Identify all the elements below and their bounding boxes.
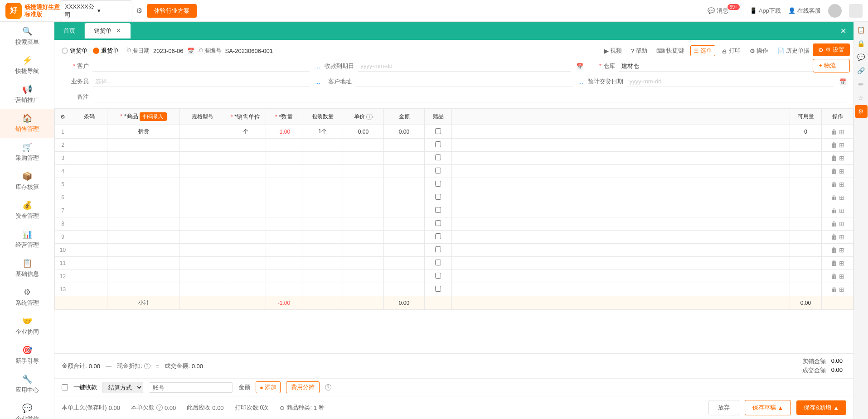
- salesperson-input[interactable]: [92, 76, 310, 87]
- delete-icon-6[interactable]: 🗑: [831, 194, 837, 201]
- right-panel-link-icon[interactable]: 🔗: [855, 64, 868, 77]
- avatar[interactable]: [828, 4, 842, 18]
- delete-icon-2[interactable]: 🗑: [831, 141, 837, 149]
- sidebar-item-system[interactable]: ⚙ 系统管理: [0, 283, 54, 312]
- discount-info-icon[interactable]: ?: [144, 363, 150, 369]
- right-panel-doc-icon[interactable]: 📋: [855, 24, 868, 36]
- trial-button[interactable]: 体验行业方案: [147, 4, 197, 18]
- gift-checkbox-9[interactable]: [435, 233, 441, 239]
- delete-icon-5[interactable]: 🗑: [831, 181, 837, 188]
- tab-bar-close-icon[interactable]: ✕: [833, 27, 853, 35]
- company-selector[interactable]: XXXXXX公司 ▾: [60, 0, 132, 21]
- barcode-1[interactable]: [71, 125, 107, 139]
- unit-price-1[interactable]: 0.00: [343, 125, 384, 139]
- sidebar-item-basic[interactable]: 📋 基础信息: [0, 254, 54, 283]
- one-key-payment-checkbox[interactable]: [62, 384, 68, 390]
- expected-delivery-input[interactable]: [627, 76, 834, 87]
- sidebar-item-purchase[interactable]: 🛒 采购管理: [0, 138, 54, 167]
- right-panel-edit-icon[interactable]: ✏: [855, 78, 868, 91]
- gift-checkbox-7[interactable]: [435, 207, 441, 213]
- delete-icon-4[interactable]: 🗑: [831, 168, 837, 175]
- delete-icon-10[interactable]: 🗑: [831, 246, 837, 254]
- sidebar-item-capital[interactable]: 💰 资金管理: [0, 196, 54, 225]
- gift-checkbox-11[interactable]: [435, 260, 441, 265]
- copy-icon-8[interactable]: ⊞: [839, 220, 844, 227]
- copy-icon-5[interactable]: ⊞: [839, 181, 844, 188]
- calendar-delivery-icon[interactable]: 📅: [839, 78, 846, 85]
- expense-info-icon[interactable]: ?: [325, 384, 331, 390]
- qty-1[interactable]: -1.00: [266, 125, 302, 139]
- abandon-button[interactable]: 放弃: [708, 400, 739, 415]
- delete-icon-13[interactable]: 🗑: [831, 286, 837, 293]
- spec-1[interactable]: [180, 125, 225, 139]
- calendar-icon-date[interactable]: 📅: [187, 48, 194, 54]
- delete-icon-7[interactable]: 🗑: [831, 207, 837, 214]
- unit-price-info-icon[interactable]: i: [366, 114, 373, 120]
- copy-icon-12[interactable]: ⊞: [839, 273, 844, 280]
- tab-close-icon[interactable]: ✕: [116, 27, 121, 34]
- gift-checkbox-12[interactable]: [435, 273, 441, 279]
- account-input[interactable]: [149, 382, 233, 393]
- toolbar-history[interactable]: 📄 历史单据: [775, 46, 812, 56]
- copy-icon-1[interactable]: ⊞: [839, 128, 844, 135]
- sidebar-item-inventory[interactable]: 📦 库存核算: [0, 167, 54, 196]
- logistics-button[interactable]: + 物流: [813, 59, 850, 72]
- radio-return[interactable]: 退货单: [93, 47, 119, 55]
- tab-sales-order[interactable]: 销货单 ✕: [85, 23, 131, 39]
- right-panel-lock-icon[interactable]: 🔒: [855, 37, 868, 50]
- app-download-item[interactable]: 📱 App下载: [750, 7, 781, 15]
- toolbar-video[interactable]: ▶ 视频: [601, 46, 625, 56]
- toolbar-shortcut[interactable]: ⌨ 快捷键: [654, 46, 687, 56]
- gift-checkbox-5[interactable]: [435, 181, 441, 187]
- customer-address-input[interactable]: [355, 76, 572, 87]
- add-payment-button[interactable]: ● 添加: [256, 381, 281, 393]
- delete-icon-3[interactable]: 🗑: [831, 154, 837, 162]
- copy-icon-9[interactable]: ⊞: [839, 233, 844, 241]
- radio-sales[interactable]: 销货单: [62, 47, 87, 55]
- copy-icon-11[interactable]: ⊞: [839, 260, 844, 267]
- scan-button[interactable]: 扫码录入: [140, 112, 167, 121]
- sidebar-item-enterprise[interactable]: 🤝 企业协同: [0, 312, 54, 341]
- right-panel-settings-icon[interactable]: ⚙: [855, 105, 868, 118]
- gift-checkbox-1[interactable]: [435, 128, 441, 134]
- payment-due-input[interactable]: [358, 61, 570, 72]
- toolbar-operation[interactable]: ⚙ 操作: [747, 46, 771, 56]
- sidebar-item-operations[interactable]: 📊 经营管理: [0, 225, 54, 254]
- avatar-menu[interactable]: [849, 4, 863, 18]
- right-panel-star-icon[interactable]: ☆: [855, 92, 868, 104]
- message-item[interactable]: 💬 消息 99+: [708, 7, 742, 15]
- address-dots[interactable]: ...: [578, 78, 583, 85]
- gift-checkbox-13[interactable]: [435, 286, 441, 292]
- settlement-method-select[interactable]: 结算方式: [102, 382, 143, 393]
- gift-checkbox-10[interactable]: [435, 246, 441, 252]
- sidebar-item-marketing[interactable]: 📢 营销推广: [0, 80, 54, 109]
- delete-icon-1[interactable]: 🗑: [831, 128, 837, 135]
- delete-icon-9[interactable]: 🗑: [831, 233, 837, 241]
- gift-checkbox-8[interactable]: [435, 220, 441, 226]
- copy-icon-3[interactable]: ⊞: [839, 154, 844, 162]
- tab-home[interactable]: 首页: [54, 23, 85, 39]
- copy-icon-13[interactable]: ⊞: [839, 286, 844, 293]
- gift-checkbox-4[interactable]: [435, 168, 441, 173]
- sidebar-item-guide[interactable]: 🎯 新手引导: [0, 341, 54, 370]
- save-draft-button[interactable]: 保存草稿 ▲: [745, 400, 791, 415]
- toolbar-print[interactable]: 🖨 打印: [719, 46, 743, 56]
- gift-checkbox-2[interactable]: [435, 141, 441, 147]
- delete-icon-12[interactable]: 🗑: [831, 273, 837, 280]
- salesperson-dots[interactable]: ...: [315, 78, 320, 85]
- delete-icon-8[interactable]: 🗑: [831, 220, 837, 227]
- sidebar-item-search[interactable]: 🔍 搜索菜单: [0, 22, 54, 51]
- copy-icon-6[interactable]: ⊞: [839, 194, 844, 201]
- sidebar-item-sales[interactable]: 🏠 销售管理: [0, 109, 54, 138]
- delete-icon-11[interactable]: 🗑: [831, 260, 837, 267]
- sidebar-item-wechat[interactable]: 💬 企业微信: [0, 399, 54, 419]
- customer-dots[interactable]: ...: [315, 63, 320, 70]
- col-settings[interactable]: ⚙: [55, 109, 71, 125]
- right-panel-chat-icon[interactable]: 💬: [855, 51, 868, 63]
- sidebar-item-appstore[interactable]: 🔧 应用中心: [0, 370, 54, 399]
- toolbar-help[interactable]: ? 帮助: [628, 46, 650, 56]
- save-new-button[interactable]: 保存&新增 ▲: [796, 400, 846, 415]
- copy-icon-2[interactable]: ⊞: [839, 141, 844, 149]
- copy-icon-4[interactable]: ⊞: [839, 168, 844, 175]
- online-service-item[interactable]: 👤 在线客服: [788, 7, 821, 15]
